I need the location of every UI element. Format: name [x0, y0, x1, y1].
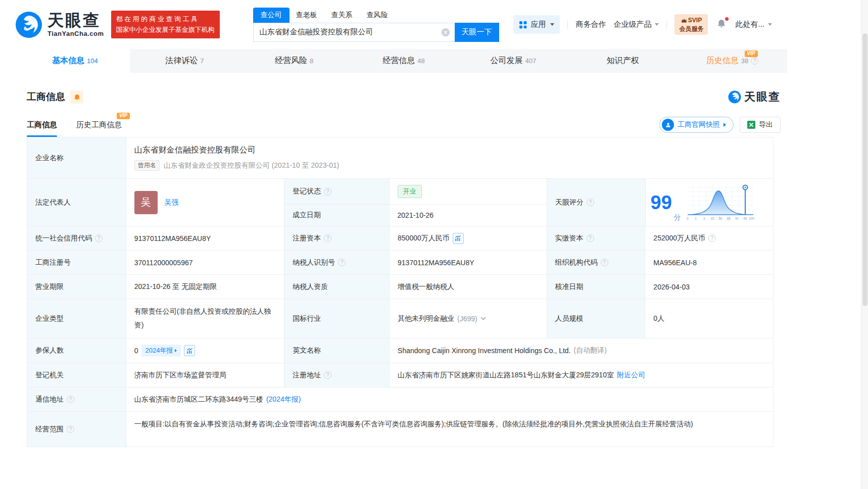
- main-tab-bar: 基本信息 104 法律诉讼 7 经营风险 8 经营信息 48 公司发展 407 …: [20, 49, 787, 73]
- vip-badge: VIP: [745, 51, 758, 57]
- help-icon[interactable]: ?: [324, 188, 331, 195]
- search-area: 查公司 查老板 查关系 查风险 天眼一下: [253, 8, 499, 42]
- bar-chart-icon: [186, 348, 193, 354]
- tab-label: 经营风险: [275, 56, 307, 66]
- label-text: 天眼评分: [555, 198, 584, 207]
- search-tab-relation[interactable]: 查关系: [331, 8, 353, 23]
- reg-no-label: 工商注册号: [27, 251, 126, 274]
- company-type-label: 企业类型: [27, 299, 126, 338]
- help-icon[interactable]: ?: [708, 234, 716, 242]
- watermark-text: 天眼查: [744, 89, 781, 105]
- help-icon[interactable]: ?: [587, 199, 594, 206]
- search-button[interactable]: 天眼一下: [455, 23, 499, 42]
- reg-status-label: 登记状态 ?: [284, 179, 390, 204]
- taxpayer-id-label: 纳税人识别号 ?: [284, 251, 390, 274]
- snapshot-label: 工商官网快照: [678, 120, 720, 129]
- reg-capital-label: 注册资本 ?: [284, 226, 390, 250]
- search-tab-boss[interactable]: 查老板: [296, 8, 317, 23]
- search-input[interactable]: [253, 23, 455, 42]
- help-icon[interactable]: ?: [67, 425, 74, 433]
- label-text: 纳税人识别号: [293, 258, 335, 267]
- section-title: 工商信息: [27, 90, 65, 104]
- tianyan-score-cell: 99 分: [646, 179, 773, 226]
- tab-intellectual-property[interactable]: 知识产权: [568, 49, 678, 73]
- label-text: 统一社会信用代码: [35, 234, 92, 243]
- tab-legal[interactable]: 法律诉讼 7: [130, 49, 239, 73]
- nav-more[interactable]: 此处有...: [735, 20, 772, 29]
- nav-cooperation[interactable]: 商务合作: [575, 20, 606, 29]
- divider: [666, 21, 667, 29]
- tick-0: 0: [687, 217, 689, 220]
- arrow-right-icon: [175, 349, 177, 352]
- search-tab-company[interactable]: 查公司: [253, 8, 290, 23]
- row-business-term: 营业期限 2021-10-26 至 无固定期限 纳税人资质 增值税一般纳税人 核…: [27, 275, 773, 299]
- tab-label: 经营信息: [382, 56, 415, 66]
- header: 天眼查 TianYanCha.com 都在用的商业查询工具 国家中小企业发展子基…: [0, 0, 868, 49]
- svip-member-badge[interactable]: SVIP 会员服务: [674, 14, 708, 35]
- org-code-label: 组织机构代码 ?: [547, 251, 646, 274]
- chevron-down-icon: [655, 23, 659, 26]
- approval-date-label: 核准日期: [547, 275, 646, 299]
- approval-date-value: 2026-04-03: [645, 275, 773, 299]
- tab-operation-info[interactable]: 经营信息 48: [349, 49, 459, 73]
- capital-trend-icon[interactable]: [453, 233, 464, 244]
- paid-capital-label: 实缴资本 ?: [547, 226, 646, 250]
- monitor-bell-button[interactable]: [70, 90, 83, 104]
- chevron-down-icon[interactable]: [480, 317, 486, 320]
- nav-apps[interactable]: 应用: [513, 15, 560, 34]
- search-tab-risk[interactable]: 查风险: [367, 8, 388, 23]
- annual-report-link[interactable]: (2024年报): [266, 395, 301, 404]
- official-snapshot-button[interactable]: 工商官网快照: [659, 117, 734, 133]
- help-icon[interactable]: ?: [95, 234, 103, 242]
- label-text: 实缴资本: [555, 234, 584, 243]
- vip-badge: VIP: [117, 113, 130, 119]
- annual-report-chip[interactable]: 2024年报: [141, 345, 181, 357]
- help-icon[interactable]: ?: [338, 259, 346, 266]
- tab-history-info[interactable]: VIP 历史信息 38 ?: [678, 49, 787, 73]
- legal-rep-link[interactable]: 吴强: [165, 198, 179, 207]
- logo-domain: TianYanCha.com: [47, 30, 104, 37]
- tab-company-development[interactable]: 公司发展 407: [458, 49, 568, 73]
- insured-trend-icon[interactable]: [184, 345, 195, 356]
- tianyancha-logo[interactable]: 天眼查 TianYanCha.com: [15, 11, 104, 38]
- business-info-table: 企业名称 山东省财金信融投资控股有限公司 曾用名 山东省财金政企投资控股有限公司…: [27, 137, 774, 447]
- export-button[interactable]: 导出: [740, 117, 781, 133]
- clear-search-icon[interactable]: [442, 28, 450, 36]
- tick-15: 15: [710, 217, 714, 220]
- subtab-business-info[interactable]: 工商信息: [27, 120, 57, 137]
- tianyancha-logo-icon: [15, 11, 42, 38]
- notification-bell[interactable]: [715, 18, 728, 31]
- tab-basic-info[interactable]: 基本信息 104: [20, 49, 130, 73]
- row-mailing-address: 通信地址 ? 山东省济南市历城区二环东路3449号三楼 (2024年报): [27, 387, 773, 412]
- row-credit-code: 统一社会信用代码 ? 91370112MA956EAU8Y 注册资本 ? 850…: [27, 226, 773, 251]
- industry-value: 其他未列明金融业: [398, 314, 454, 323]
- scrollbar-thumb[interactable]: [862, 33, 867, 306]
- help-icon[interactable]: ?: [601, 259, 608, 266]
- label-text: 通信地址: [35, 395, 64, 404]
- subtab-history-business-info[interactable]: VIP 历史工商信息: [76, 120, 122, 137]
- row-company-type: 企业类型 有限责任公司(非自然人投资或控股的法人独资) 国标行业 其他未列明金融…: [27, 299, 773, 338]
- tab-count: 38: [741, 57, 748, 65]
- scrollbar-track: [861, 0, 868, 489]
- row-business-scope: 经营范围 ? 一般项目:以自有资金从事投资活动;财务咨询;企业管理咨询;信息咨询…: [27, 412, 773, 447]
- help-icon[interactable]: ?: [324, 234, 331, 242]
- mail-address-value: 山东省济南市历城区二环东路3449号三楼: [134, 395, 263, 404]
- nearby-companies-link[interactable]: 附近公司: [617, 371, 645, 380]
- help-icon[interactable]: ?: [67, 396, 74, 403]
- promo-line2: 国家中小企业发展子基金旗下机构: [116, 25, 215, 35]
- establish-date-label: 成立日期: [284, 205, 390, 226]
- svip-line2: 会员服务: [679, 25, 703, 33]
- logo-brand: 天眼查: [47, 12, 104, 28]
- legal-rep-avatar[interactable]: 吴: [134, 191, 158, 214]
- help-icon[interactable]: ?: [587, 234, 594, 242]
- nav-enterprise[interactable]: 企业级产品: [613, 20, 659, 29]
- scope-value: 一般项目:以自有资金从事投资活动;财务咨询;企业管理咨询;信息咨询服务(不含许可…: [126, 412, 773, 447]
- insured-label: 参保人数: [27, 338, 126, 363]
- reg-no-value: 370112000005967: [126, 251, 285, 274]
- tab-operation-risk[interactable]: 经营风险 8: [239, 49, 349, 73]
- reg-capital-value: 850000万人民币: [398, 234, 450, 243]
- tab-count: 8: [310, 57, 313, 65]
- tab-label: 历史信息: [706, 56, 739, 66]
- help-icon[interactable]: ?: [324, 371, 331, 379]
- help-icon[interactable]: ?: [751, 57, 758, 65]
